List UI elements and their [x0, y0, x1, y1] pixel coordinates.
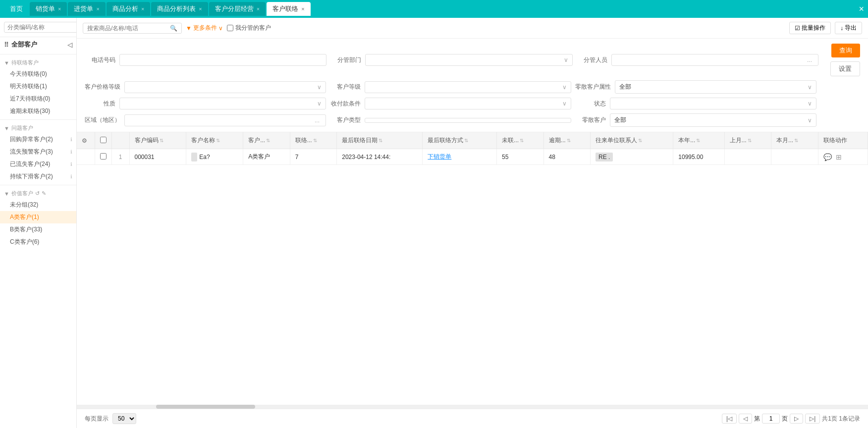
tab-sales-close[interactable]: ×: [58, 6, 61, 12]
page-navigation: |◁ ◁ 第 页 ▷ ▷| 共1页 1条记录: [722, 414, 860, 424]
region-select[interactable]: ...: [124, 114, 326, 126]
sidebar-item-7days-pending[interactable]: 近7天待联络(0): [0, 93, 76, 105]
td-contact: 7: [290, 149, 337, 165]
sort-icon-code[interactable]: ⇅: [160, 138, 163, 143]
batch-operation-button[interactable]: ☑ 批量操作: [789, 22, 831, 34]
sort-icon-last-date[interactable]: ⇅: [379, 138, 382, 143]
tab-bar: 首页 销货单 × 进货单 × 商品分析 × 商品分析列表 × 客户分层经营 × …: [0, 0, 868, 18]
tab-product-list[interactable]: 商品分析列表 ×: [151, 2, 208, 16]
tab-customer-contact-close[interactable]: ×: [301, 6, 304, 12]
td-code: 000031: [129, 149, 186, 165]
person-select[interactable]: ...: [611, 54, 818, 66]
status-select[interactable]: ∨: [610, 98, 816, 109]
sidebar-item-class-c[interactable]: C类客户(6): [0, 236, 76, 248]
sidebar-item-class-a[interactable]: A类客户(1): [0, 211, 76, 223]
tab-customer-segment-close[interactable]: ×: [257, 6, 260, 12]
first-page-button[interactable]: |◁: [722, 414, 737, 424]
sidebar-item-tomorrow-pending[interactable]: 明天待联络(1): [0, 80, 76, 93]
edit-icon[interactable]: ✎: [42, 190, 46, 197]
payment-select[interactable]: ∨: [365, 98, 571, 109]
sidebar-item-unclassified[interactable]: 未分组(32): [0, 199, 76, 211]
zero-attr-select[interactable]: 全部 ∨: [615, 80, 816, 94]
nature-select[interactable]: ∨: [119, 98, 326, 109]
filter-search-icon[interactable]: 🔍: [170, 25, 177, 32]
sort-icon-no-contact[interactable]: ⇅: [520, 138, 524, 143]
sidebar-item-today-pending[interactable]: 今天待联络(0): [0, 68, 76, 80]
tab-product-analysis-close[interactable]: ×: [141, 6, 144, 12]
sidebar-item-class-b[interactable]: B类客户(33): [0, 223, 76, 236]
last-method-link[interactable]: 下销货单: [428, 153, 451, 160]
info-icon-2: ℹ: [70, 149, 72, 155]
nature-chevron: ∨: [317, 100, 322, 107]
sidebar-item-churned[interactable]: 已流失客户(24) ℹ: [0, 158, 76, 170]
sort-icon-contact[interactable]: ⇅: [313, 138, 317, 143]
next-page-button[interactable]: ▷: [790, 414, 803, 424]
zero-customer-select[interactable]: 全部 ∨: [610, 113, 816, 127]
current-page-input[interactable]: [762, 414, 780, 424]
col-last-month: 上月... ⇅: [724, 132, 771, 149]
page-size-select[interactable]: 50: [112, 413, 136, 424]
sort-icon-last-method[interactable]: ⇅: [464, 138, 468, 143]
zero-attr-label: 零散客户属性: [575, 83, 615, 91]
sidebar-item-repurchase-abnormal[interactable]: 回购异常客户(2) ℹ: [0, 133, 76, 146]
tab-home[interactable]: 首页: [4, 2, 29, 16]
my-customers-checkbox[interactable]: 我分管的客户: [227, 24, 271, 32]
group-pending-contact[interactable]: ▼ 待联络客户: [0, 56, 76, 68]
filter-region: 区域（地区） ...: [85, 114, 326, 126]
row-checkbox[interactable]: [100, 153, 107, 160]
last-page-button[interactable]: ▷|: [805, 414, 820, 424]
sort-icon-overdue[interactable]: ⇅: [567, 138, 571, 143]
export-button[interactable]: ↓ 导出: [835, 22, 862, 34]
sidebar-item-declining[interactable]: 持续下滑客户(2) ℹ: [0, 170, 76, 183]
person-dots[interactable]: ...: [805, 56, 814, 63]
column-settings-icon[interactable]: ⚙: [82, 137, 87, 144]
prev-page-button[interactable]: ◁: [739, 414, 752, 424]
zero-customer-label: 零散客户: [575, 116, 610, 124]
filter-more-conditions[interactable]: ▼ 更多条件 ∨: [186, 24, 223, 32]
tab-purchase-close[interactable]: ×: [96, 6, 99, 12]
sidebar-all-customers[interactable]: ⠿ 全部客户 ◁: [0, 37, 76, 52]
sidebar-item-overdue-contact[interactable]: 逾期未联络(30): [0, 105, 76, 117]
table-row: 1 000031 Ea? A类客户 7: [77, 149, 868, 165]
tab-purchase[interactable]: 进货单 ×: [68, 2, 105, 16]
chat-action-icon[interactable]: 💬: [823, 153, 832, 161]
filter-search-input[interactable]: [87, 25, 170, 32]
qr-action-icon[interactable]: ⊞: [836, 153, 842, 161]
tab-sales[interactable]: 销货单 ×: [30, 2, 67, 16]
sort-icon-this-year[interactable]: ⇅: [696, 138, 700, 143]
settings-button[interactable]: 设置: [830, 61, 860, 76]
sort-icon-unit-contact[interactable]: ⇅: [638, 138, 642, 143]
tab-product-analysis[interactable]: 商品分析 ×: [107, 2, 150, 16]
group-problem-customers[interactable]: ▼ 问题客户: [0, 122, 76, 133]
tab-customer-contact[interactable]: 客户联络 ×: [267, 2, 310, 16]
customer-type-select[interactable]: [365, 118, 571, 123]
close-window-icon[interactable]: ×: [859, 4, 864, 14]
info-icon-1: ℹ: [70, 137, 72, 142]
sort-icon-this-month[interactable]: ⇅: [794, 138, 798, 143]
payment-chevron: ∨: [562, 100, 567, 107]
sort-icon-name[interactable]: ⇅: [216, 138, 220, 143]
sidebar-collapse-icon[interactable]: ◁: [67, 41, 72, 49]
group-value-customers[interactable]: ▼ 价值客户 ↺ ✎: [0, 187, 76, 199]
tab-product-list-close[interactable]: ×: [199, 6, 202, 12]
select-all-checkbox[interactable]: [100, 137, 107, 143]
customer-level-select[interactable]: ∨: [365, 81, 571, 93]
sidebar-search-area: 🔍: [0, 18, 76, 37]
region-dots[interactable]: ...: [313, 117, 322, 124]
sort-icon-type[interactable]: ⇅: [266, 138, 270, 143]
td-overdue: 48: [543, 149, 591, 165]
horizontal-scrollbar[interactable]: [77, 405, 868, 409]
refresh-icon[interactable]: ↺: [35, 190, 40, 197]
filter-search-box: 🔍: [83, 23, 182, 34]
sidebar-item-churn-warning[interactable]: 流失预警客户(3) ℹ: [0, 146, 76, 158]
my-customers-checkbox-input[interactable]: [227, 25, 233, 31]
query-button[interactable]: 查询: [831, 44, 860, 57]
filter-person: 分管人员 ...: [577, 54, 818, 66]
phone-input[interactable]: [119, 54, 326, 66]
sidebar-search-input[interactable]: [4, 22, 77, 33]
scroll-thumb[interactable]: [156, 405, 255, 409]
price-level-select[interactable]: ∨: [124, 81, 326, 93]
tab-customer-segment[interactable]: 客户分层经营 ×: [209, 2, 266, 16]
dept-select[interactable]: ∨: [365, 54, 572, 66]
sort-icon-last-month[interactable]: ⇅: [748, 138, 752, 143]
